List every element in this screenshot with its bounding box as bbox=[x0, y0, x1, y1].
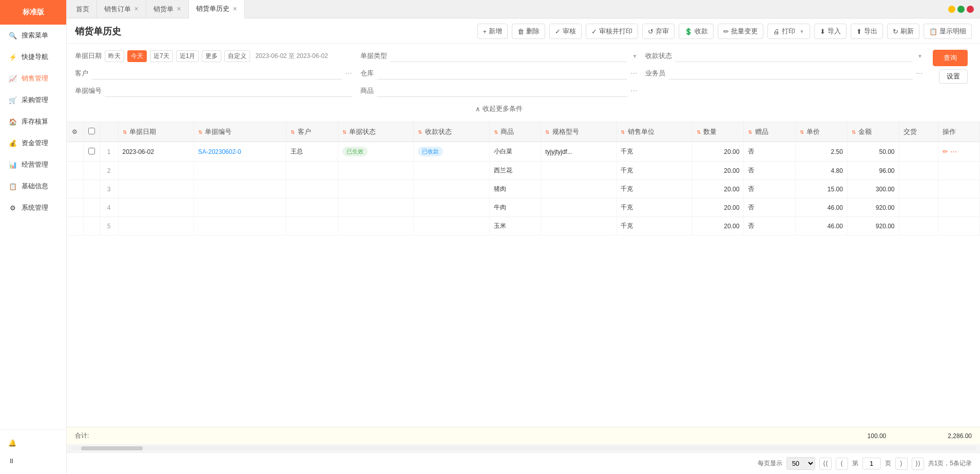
window-minimize-button[interactable] bbox=[948, 6, 955, 13]
scrollbar-thumb[interactable] bbox=[81, 446, 143, 450]
add-button[interactable]: + 新增 bbox=[477, 24, 508, 39]
page-first-button[interactable]: ⟨⟨ bbox=[819, 458, 832, 470]
tab-sales-order[interactable]: 销售订单 ✕ bbox=[97, 0, 146, 18]
page-number-input[interactable] bbox=[862, 458, 881, 469]
date-btn-1month[interactable]: 近1月 bbox=[176, 50, 199, 62]
cell-delivery-1 bbox=[899, 162, 938, 180]
cell-checkbox-0[interactable] bbox=[83, 142, 100, 162]
collapse-filter-btn[interactable]: ∧ 收起更多条件 bbox=[469, 102, 529, 115]
cell-docno-1[interactable] bbox=[194, 162, 286, 180]
col-doc-status[interactable]: ⇅ 单据状态 bbox=[338, 122, 414, 142]
sidebar-bottom-btn-1[interactable]: 🔔 bbox=[0, 434, 66, 452]
docno-filter-input[interactable] bbox=[105, 85, 352, 97]
cell-docno-2[interactable] bbox=[194, 180, 286, 199]
date-btn-7days[interactable]: 近7天 bbox=[150, 50, 173, 62]
col-qty[interactable]: ⇅ 数量 bbox=[692, 122, 744, 142]
row-checkbox[interactable] bbox=[88, 148, 95, 154]
page-header: 销货单历史 + 新增 🗑 删除 ✓ 审核 ✓ 审核并打印 ↺ 弃审 bbox=[67, 18, 980, 44]
col-unit[interactable]: ⇅ 销售单位 bbox=[617, 122, 692, 142]
print-button[interactable]: 🖨 打印 ▼ bbox=[767, 24, 810, 39]
customer-dots-btn[interactable]: ··· bbox=[345, 69, 352, 78]
page-prev-button[interactable]: ⟨ bbox=[836, 458, 848, 470]
cell-checkbox-1[interactable] bbox=[83, 162, 100, 180]
cell-checkbox-4[interactable] bbox=[83, 217, 100, 235]
col-amount[interactable]: ⇅ 金额 bbox=[847, 122, 899, 142]
discard-label: 弃审 bbox=[656, 27, 669, 36]
refresh-label: 刷新 bbox=[900, 27, 914, 36]
tab-sales-history-close[interactable]: ✕ bbox=[233, 6, 237, 12]
salesperson-dots-btn[interactable]: ··· bbox=[916, 69, 923, 78]
date-btn-custom[interactable]: 自定义 bbox=[224, 50, 250, 62]
type-filter-label: 单据类型 bbox=[360, 51, 387, 61]
cell-settings-0 bbox=[67, 142, 83, 162]
col-spec[interactable]: ⇅ 规格型号 bbox=[541, 122, 617, 142]
import-label: 导入 bbox=[828, 27, 841, 36]
type-filter-input[interactable] bbox=[390, 50, 627, 62]
cell-docno-0[interactable]: SA-20230602-0 bbox=[194, 142, 286, 162]
audit-button[interactable]: ✓ 审核 bbox=[549, 24, 582, 39]
warehouse-dots-btn[interactable]: ··· bbox=[630, 69, 637, 78]
purchase-mgmt-icon: 🛒 bbox=[8, 95, 17, 105]
col-doc-no[interactable]: ⇅ 单据编号 bbox=[194, 122, 286, 142]
date-btn-more[interactable]: 更多 bbox=[202, 50, 221, 62]
col-gift[interactable]: ⇅ 赠品 bbox=[744, 122, 796, 142]
tab-sales-order-close[interactable]: ✕ bbox=[134, 6, 139, 12]
sidebar-item-inventory[interactable]: 🏠 库存核算 bbox=[0, 111, 66, 132]
row-more-btn-0[interactable]: ⋯ bbox=[950, 148, 957, 155]
sidebar-item-search-menu[interactable]: 🔍 搜索菜单 bbox=[0, 25, 66, 46]
sidebar-item-sys-mgmt[interactable]: ⚙ 系统管理 bbox=[0, 197, 66, 219]
batch-change-button[interactable]: ✏ 批量变更 bbox=[718, 24, 763, 39]
date-btn-today[interactable]: 今天 bbox=[127, 50, 147, 62]
page-size-select[interactable]: 20 50 100 200 bbox=[786, 457, 815, 470]
window-close-button[interactable] bbox=[967, 6, 974, 13]
audit-print-button[interactable]: ✓ 审核并打印 bbox=[586, 24, 638, 39]
cell-amount-4: 920.00 bbox=[847, 217, 899, 235]
row-edit-btn-0[interactable]: ✏ bbox=[943, 148, 948, 155]
tab-home[interactable]: 首页 bbox=[69, 0, 97, 18]
filter-group-product: 商品 ··· bbox=[360, 85, 638, 97]
cell-docstatus-2 bbox=[338, 180, 414, 199]
col-customer[interactable]: ⇅ 客户 bbox=[286, 122, 338, 142]
customer-filter-input[interactable] bbox=[91, 67, 342, 80]
col-product[interactable]: ⇅ 商品 bbox=[489, 122, 541, 142]
refresh-button[interactable]: ↻ 刷新 bbox=[887, 24, 919, 39]
import-button[interactable]: ⬇ 导入 bbox=[814, 24, 847, 39]
salesperson-filter-input[interactable] bbox=[668, 67, 912, 80]
col-collect-status[interactable]: ⇅ 收款状态 bbox=[414, 122, 489, 142]
sidebar-item-sales-mgmt[interactable]: 📈 销售管理 bbox=[0, 68, 66, 89]
sidebar-bottom-btn-2[interactable]: ⏸ bbox=[0, 452, 66, 470]
tab-sales-history[interactable]: 销货单历史 ✕ bbox=[189, 0, 245, 18]
col-price[interactable]: ⇅ 单价 bbox=[796, 122, 848, 142]
sidebar-item-basic-info[interactable]: 📋 基础信息 bbox=[0, 175, 66, 197]
collect-button[interactable]: 💲 收款 bbox=[679, 24, 714, 39]
horizontal-scrollbar[interactable] bbox=[71, 446, 976, 450]
product-filter-input[interactable] bbox=[377, 85, 627, 97]
collect-status-filter-input[interactable] bbox=[675, 50, 912, 62]
tab-sales-delivery-close[interactable]: ✕ bbox=[177, 6, 181, 12]
filter-settings-button[interactable]: 设置 bbox=[939, 69, 968, 84]
product-dots-btn[interactable]: ··· bbox=[630, 86, 637, 95]
cell-checkbox-3[interactable] bbox=[83, 199, 100, 217]
export-button[interactable]: ⬆ 导出 bbox=[851, 24, 883, 39]
sidebar-item-finance[interactable]: 💰 资金管理 bbox=[0, 132, 66, 154]
show-detail-button[interactable]: 📋 显示明细 bbox=[924, 24, 972, 39]
sidebar-item-operations[interactable]: 📊 经营管理 bbox=[0, 154, 66, 175]
page-next-button[interactable]: ⟩ bbox=[895, 458, 908, 470]
cell-checkbox-2[interactable] bbox=[83, 180, 100, 199]
select-all-checkbox[interactable] bbox=[88, 128, 95, 134]
sidebar-item-quick-nav[interactable]: ⚡ 快捷导航 bbox=[0, 46, 66, 68]
date-btn-yesterday[interactable]: 昨天 bbox=[105, 50, 124, 62]
warehouse-filter-input[interactable] bbox=[377, 67, 627, 80]
window-maximize-button[interactable] bbox=[957, 6, 965, 13]
cell-docno-4[interactable] bbox=[194, 217, 286, 235]
tab-sales-delivery[interactable]: 销货单 ✕ bbox=[146, 0, 189, 18]
warehouse-filter-label: 仓库 bbox=[360, 69, 374, 78]
page-last-button[interactable]: ⟩⟩ bbox=[912, 458, 924, 470]
delete-button[interactable]: 🗑 删除 bbox=[512, 24, 545, 39]
cell-docno-3[interactable] bbox=[194, 199, 286, 217]
sidebar-item-purchase-mgmt[interactable]: 🛒 采购管理 bbox=[0, 89, 66, 111]
col-settings[interactable]: ⚙ bbox=[67, 122, 83, 142]
col-doc-date[interactable]: ⇅ 单据日期 bbox=[118, 122, 194, 142]
discard-button[interactable]: ↺ 弃审 bbox=[642, 24, 675, 39]
query-button[interactable]: 查询 bbox=[933, 50, 968, 66]
